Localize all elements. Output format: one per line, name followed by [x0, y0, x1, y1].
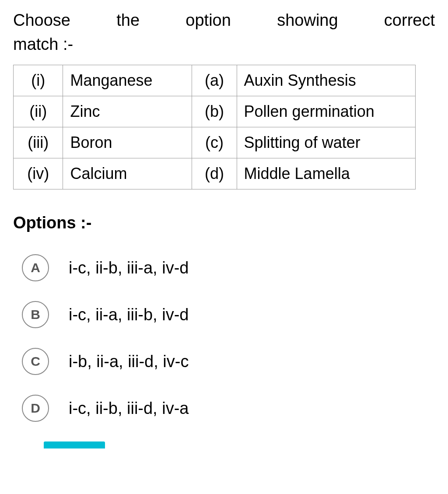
row-letter: (a) [192, 65, 237, 96]
option-text: i-c, ii-b, iii-d, iv-a [69, 399, 189, 418]
row-letter: (c) [192, 127, 237, 158]
progress-indicator [44, 441, 105, 448]
row-num: (iv) [14, 158, 63, 189]
row-letter: (d) [192, 158, 237, 189]
row-desc: Pollen germination [237, 96, 415, 127]
match-table: (i) Manganese (a) Auxin Synthesis (ii) Z… [13, 65, 416, 189]
row-num: (i) [14, 65, 63, 96]
row-letter: (b) [192, 96, 237, 127]
row-desc: Splitting of water [237, 127, 415, 158]
option-text: i-b, ii-a, iii-d, iv-c [69, 352, 189, 371]
row-label: Calcium [63, 158, 192, 189]
row-num: (iii) [14, 127, 63, 158]
table-row: (iii) Boron (c) Splitting of water [14, 127, 416, 158]
option-a[interactable]: A i-c, ii-b, iii-a, iv-d [13, 254, 435, 281]
options-heading: Options :- [13, 214, 435, 232]
question-line2: match :- [13, 33, 435, 56]
option-letter-d: D [22, 395, 49, 422]
row-label: Zinc [63, 96, 192, 127]
row-label: Manganese [63, 65, 192, 96]
option-letter-b: B [22, 301, 49, 328]
option-text: i-c, ii-a, iii-b, iv-d [69, 305, 189, 324]
row-label: Boron [63, 127, 192, 158]
option-letter-c: C [22, 348, 49, 375]
table-row: (i) Manganese (a) Auxin Synthesis [14, 65, 416, 96]
option-d[interactable]: D i-c, ii-b, iii-d, iv-a [13, 395, 435, 422]
option-c[interactable]: C i-b, ii-a, iii-d, iv-c [13, 348, 435, 375]
question-line1: Choose the option showing correct [13, 9, 435, 32]
option-text: i-c, ii-b, iii-a, iv-d [69, 259, 189, 277]
row-num: (ii) [14, 96, 63, 127]
table-row: (ii) Zinc (b) Pollen germination [14, 96, 416, 127]
row-desc: Middle Lamella [237, 158, 415, 189]
option-b[interactable]: B i-c, ii-a, iii-b, iv-d [13, 301, 435, 328]
row-desc: Auxin Synthesis [237, 65, 415, 96]
table-row: (iv) Calcium (d) Middle Lamella [14, 158, 416, 189]
option-letter-a: A [22, 254, 49, 281]
